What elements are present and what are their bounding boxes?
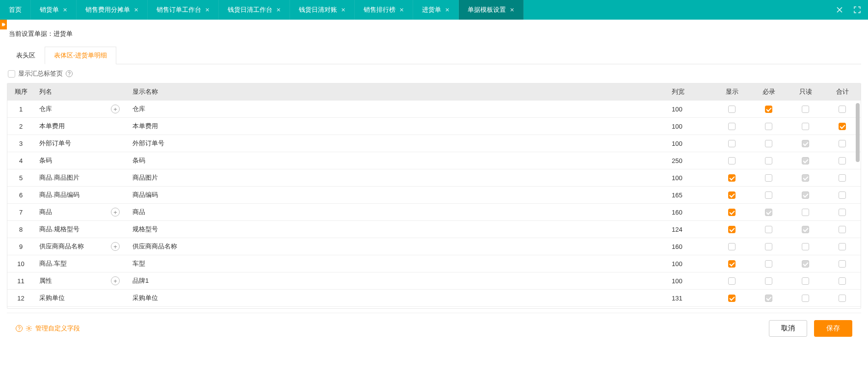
cell-width[interactable]: 250 xyxy=(667,152,713,169)
show-checkbox[interactable] xyxy=(728,106,736,113)
required-checkbox[interactable] xyxy=(765,140,772,147)
readonly-checkbox[interactable] xyxy=(802,209,809,216)
required-checkbox[interactable] xyxy=(765,174,772,182)
cell-width[interactable]: 100 xyxy=(667,101,713,118)
required-checkbox[interactable] xyxy=(765,191,772,199)
show-checkbox[interactable] xyxy=(728,174,736,182)
cell-width[interactable]: 100 xyxy=(667,255,713,272)
cell-display[interactable]: 商品图片 xyxy=(128,169,667,187)
show-checkbox[interactable] xyxy=(728,157,736,164)
cell-display[interactable]: 供应商商品名称 xyxy=(128,238,667,255)
footer-help-icon[interactable]: ? xyxy=(16,325,23,332)
cell-width[interactable]: 100 xyxy=(667,169,713,187)
readonly-checkbox[interactable] xyxy=(802,277,809,285)
tab-header-area[interactable]: 表头区 xyxy=(7,47,45,64)
top-tab[interactable]: 销售排行榜✕ xyxy=(355,0,413,20)
readonly-checkbox[interactable] xyxy=(802,123,809,130)
sum-checkbox[interactable] xyxy=(839,243,846,250)
table-row[interactable]: 12采购单位采购单位131 xyxy=(7,290,861,307)
readonly-checkbox[interactable] xyxy=(802,106,809,113)
close-icon[interactable]: ✕ xyxy=(276,7,281,13)
show-checkbox[interactable] xyxy=(728,123,736,130)
close-icon[interactable]: ✕ xyxy=(341,7,345,13)
show-checkbox[interactable] xyxy=(728,260,736,268)
close-all-icon[interactable] xyxy=(833,3,846,17)
top-tab[interactable]: 钱货日清对账✕ xyxy=(290,0,355,20)
show-checkbox[interactable] xyxy=(728,295,736,302)
top-tab[interactable]: 销货单✕ xyxy=(31,0,77,20)
save-button[interactable]: 保存 xyxy=(814,320,852,337)
show-checkbox[interactable] xyxy=(728,191,736,199)
sum-checkbox[interactable] xyxy=(839,226,846,233)
cell-width[interactable]: 100 xyxy=(667,307,713,309)
cell-width[interactable]: 124 xyxy=(667,221,713,238)
sum-checkbox[interactable] xyxy=(839,277,846,285)
table-row[interactable]: 5商品.商品图片商品图片100 xyxy=(7,169,861,187)
show-checkbox[interactable] xyxy=(728,209,736,216)
close-icon[interactable]: ✕ xyxy=(205,7,210,13)
top-tab[interactable]: 进货单✕ xyxy=(413,0,459,20)
show-checkbox[interactable] xyxy=(728,140,736,147)
sum-checkbox[interactable] xyxy=(839,295,846,302)
table-row[interactable]: 4条码条码250 xyxy=(7,152,861,169)
top-tab[interactable]: 单据模板设置✕ xyxy=(459,0,524,20)
manage-custom-fields-link[interactable]: 管理自定义字段 xyxy=(35,324,80,333)
cell-width[interactable]: 165 xyxy=(667,187,713,204)
sum-checkbox[interactable] xyxy=(839,191,846,199)
readonly-checkbox[interactable] xyxy=(802,295,809,302)
table-row[interactable]: 8商品.规格型号规格型号124 xyxy=(7,221,861,238)
close-icon[interactable]: ✕ xyxy=(134,7,138,13)
sum-checkbox[interactable] xyxy=(839,260,846,268)
cell-display[interactable]: 商品编码 xyxy=(128,187,667,204)
table-row[interactable]: 11属性+品牌1100 xyxy=(7,272,861,290)
cell-width[interactable]: 160 xyxy=(667,238,713,255)
cell-display[interactable]: 商品 xyxy=(128,204,667,221)
required-checkbox[interactable] xyxy=(765,226,772,233)
cell-display[interactable]: 车型 xyxy=(128,255,667,272)
sum-checkbox[interactable] xyxy=(839,106,846,113)
table-row[interactable]: 6商品.商品编码商品编码165 xyxy=(7,187,861,204)
show-checkbox[interactable] xyxy=(728,226,736,233)
required-checkbox[interactable] xyxy=(765,106,772,113)
cell-display[interactable]: 本单费用 xyxy=(128,118,667,135)
fullscreen-icon[interactable] xyxy=(850,3,864,17)
add-icon[interactable]: + xyxy=(111,208,120,217)
top-tab[interactable]: 钱货日清工作台✕ xyxy=(219,0,290,20)
tab-body-area[interactable]: 表体区-进货单明细 xyxy=(45,47,116,64)
sum-checkbox[interactable] xyxy=(839,157,846,164)
cell-width[interactable]: 100 xyxy=(667,272,713,290)
vertical-scrollbar[interactable] xyxy=(856,103,860,162)
table-row[interactable]: 1仓库+仓库100 xyxy=(7,101,861,118)
table-row[interactable]: 10商品.车型车型100 xyxy=(7,255,861,272)
close-icon[interactable]: ✕ xyxy=(63,7,67,13)
cell-width[interactable]: 100 xyxy=(667,135,713,152)
add-icon[interactable]: + xyxy=(111,105,120,113)
table-row[interactable]: 2本单费用本单费用100 xyxy=(7,118,861,135)
cancel-button[interactable]: 取消 xyxy=(769,320,807,337)
cell-display[interactable]: 仓库 xyxy=(128,101,667,118)
cell-display[interactable]: 条码 xyxy=(128,152,667,169)
cell-display[interactable]: 规格型号 xyxy=(128,221,667,238)
add-icon[interactable]: + xyxy=(111,242,120,251)
cell-display[interactable]: 外部订单号 xyxy=(128,135,667,152)
help-icon[interactable]: ? xyxy=(66,70,73,77)
sidebar-expand-handle[interactable] xyxy=(0,20,7,29)
cell-display[interactable]: 品牌1 xyxy=(128,272,667,290)
cell-width[interactable]: 131 xyxy=(667,290,713,307)
close-icon[interactable]: ✕ xyxy=(445,7,449,13)
sum-checkbox[interactable] xyxy=(839,140,846,147)
top-tab[interactable]: 销售订单工作台✕ xyxy=(148,0,219,20)
required-checkbox[interactable] xyxy=(765,123,772,130)
close-icon[interactable]: ✕ xyxy=(510,7,514,13)
top-tab[interactable]: 首页 xyxy=(0,0,31,20)
required-checkbox[interactable] xyxy=(765,243,772,250)
table-row[interactable]: 3外部订单号外部订单号100 xyxy=(7,135,861,152)
table-row[interactable]: 7商品+商品160 xyxy=(7,204,861,221)
show-checkbox[interactable] xyxy=(728,277,736,285)
required-checkbox[interactable] xyxy=(765,260,772,268)
readonly-checkbox[interactable] xyxy=(802,243,809,250)
summary-tab-checkbox[interactable] xyxy=(8,70,15,78)
required-checkbox[interactable] xyxy=(765,277,772,285)
cell-display[interactable]: 采购单位 xyxy=(128,290,667,307)
show-checkbox[interactable] xyxy=(728,243,736,250)
